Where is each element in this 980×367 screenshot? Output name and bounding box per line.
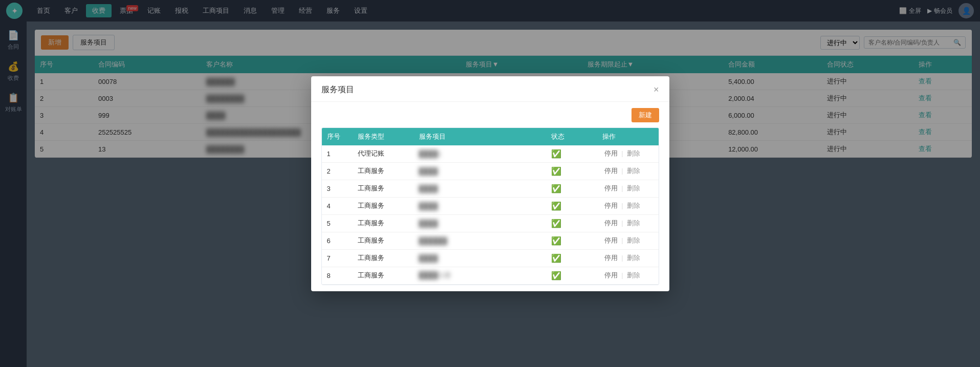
modal-cell-status: ✅ <box>546 232 597 249</box>
service-items-modal: 服务项目 × 新建 序号 服务类型 服务项目 状态 操作 <box>311 76 669 291</box>
modal-cell-actions: 停用 | 删除 <box>597 145 659 163</box>
modal-table-row: 3 工商服务 ████ ✅ 停用 | 删除 <box>322 180 659 197</box>
modal-cell-seq: 3 <box>322 180 353 197</box>
modal-table-row: 1 代理记账 ████1 ✅ 停用 | 删除 <box>322 145 659 163</box>
modal-cell-status: ✅ <box>546 267 597 284</box>
delete-button[interactable]: 删除 <box>625 183 642 193</box>
modal-toolbar: 新建 <box>321 108 659 122</box>
modal-col-type: 服务类型 <box>353 128 414 145</box>
status-check-icon: ✅ <box>551 167 561 176</box>
delete-button[interactable]: 删除 <box>625 253 642 263</box>
modal-cell-type: 工商服务 <box>353 267 414 284</box>
status-check-icon: ✅ <box>551 184 561 193</box>
modal-cell-item: ████ <box>414 214 546 232</box>
status-check-icon: ✅ <box>551 236 561 245</box>
modal-cell-actions: 停用 | 删除 <box>597 232 659 249</box>
modal-cell-item: ████注册 <box>414 267 546 284</box>
modal-cell-item: ████ <box>414 249 546 267</box>
modal-cell-type: 工商服务 <box>353 214 414 232</box>
modal-cell-type: 工商服务 <box>353 232 414 249</box>
stop-button[interactable]: 停用 <box>602 218 620 228</box>
modal-cell-actions: 停用 | 删除 <box>597 162 659 180</box>
modal-cell-type: 代理记账 <box>353 145 414 163</box>
modal-cell-status: ✅ <box>546 197 597 214</box>
modal-table-row: 8 工商服务 ████注册 ✅ 停用 | 删除 <box>322 267 659 284</box>
modal-cell-type: 工商服务 <box>353 180 414 197</box>
modal-cell-status: ✅ <box>546 145 597 163</box>
modal-cell-item: ████1 <box>414 145 546 163</box>
modal-cell-item: ██████ <box>414 232 546 249</box>
modal-header: 服务项目 × <box>311 76 669 102</box>
modal-cell-actions: 停用 | 删除 <box>597 249 659 267</box>
modal-table-row: 4 工商服务 ████ ✅ 停用 | 删除 <box>322 197 659 214</box>
stop-button[interactable]: 停用 <box>602 253 620 263</box>
modal-col-status: 状态 <box>546 128 597 145</box>
delete-button[interactable]: 删除 <box>625 218 642 228</box>
modal-new-button[interactable]: 新建 <box>631 108 659 122</box>
modal-cell-item: ████ <box>414 197 546 214</box>
modal-cell-status: ✅ <box>546 180 597 197</box>
modal-cell-actions: 停用 | 删除 <box>597 214 659 232</box>
modal-cell-status: ✅ <box>546 249 597 267</box>
modal-cell-seq: 4 <box>322 197 353 214</box>
delete-button[interactable]: 删除 <box>625 235 642 245</box>
modal-service-table: 序号 服务类型 服务项目 状态 操作 1 代理记账 ████1 ✅ 停用 | 删… <box>322 128 659 285</box>
modal-table-row: 2 工商服务 ████ ✅ 停用 | 删除 <box>322 162 659 180</box>
modal-table-wrap: 序号 服务类型 服务项目 状态 操作 1 代理记账 ████1 ✅ 停用 | 删… <box>321 127 659 285</box>
modal-title: 服务项目 <box>321 84 354 95</box>
delete-button[interactable]: 删除 <box>625 166 642 176</box>
stop-button[interactable]: 停用 <box>602 183 620 193</box>
modal-cell-seq: 1 <box>322 145 353 163</box>
modal-table-row: 7 工商服务 ████ ✅ 停用 | 删除 <box>322 249 659 267</box>
modal-cell-type: 工商服务 <box>353 197 414 214</box>
delete-button[interactable]: 删除 <box>625 148 642 158</box>
delete-button[interactable]: 删除 <box>625 270 642 280</box>
modal-cell-type: 工商服务 <box>353 249 414 267</box>
modal-cell-item: ████ <box>414 162 546 180</box>
modal-cell-status: ✅ <box>546 162 597 180</box>
stop-button[interactable]: 停用 <box>602 235 620 245</box>
status-check-icon: ✅ <box>551 202 561 210</box>
modal-cell-seq: 7 <box>322 249 353 267</box>
modal-table-row: 6 工商服务 ██████ ✅ 停用 | 删除 <box>322 232 659 249</box>
stop-button[interactable]: 停用 <box>602 270 620 280</box>
modal-cell-seq: 5 <box>322 214 353 232</box>
modal-col-item: 服务项目 <box>414 128 546 145</box>
status-check-icon: ✅ <box>551 149 561 158</box>
modal-body: 新建 序号 服务类型 服务项目 状态 操作 1 代理记账 ████1 <box>311 102 669 291</box>
stop-button[interactable]: 停用 <box>602 166 620 176</box>
delete-button[interactable]: 删除 <box>625 201 642 210</box>
status-check-icon: ✅ <box>551 219 561 228</box>
stop-button[interactable]: 停用 <box>602 201 620 210</box>
stop-button[interactable]: 停用 <box>602 148 620 158</box>
modal-overlay[interactable]: 服务项目 × 新建 序号 服务类型 服务项目 状态 操作 <box>0 0 980 367</box>
modal-close-button[interactable]: × <box>654 84 659 95</box>
status-check-icon: ✅ <box>551 254 561 263</box>
modal-cell-type: 工商服务 <box>353 162 414 180</box>
modal-cell-seq: 2 <box>322 162 353 180</box>
modal-cell-seq: 6 <box>322 232 353 249</box>
modal-col-seq: 序号 <box>322 128 353 145</box>
modal-table-row: 5 工商服务 ████ ✅ 停用 | 删除 <box>322 214 659 232</box>
modal-cell-status: ✅ <box>546 214 597 232</box>
modal-cell-actions: 停用 | 删除 <box>597 180 659 197</box>
modal-cell-actions: 停用 | 删除 <box>597 197 659 214</box>
modal-cell-seq: 8 <box>322 267 353 284</box>
status-check-icon: ✅ <box>551 271 561 280</box>
modal-cell-actions: 停用 | 删除 <box>597 267 659 284</box>
modal-col-action: 操作 <box>597 128 659 145</box>
modal-cell-item: ████ <box>414 180 546 197</box>
